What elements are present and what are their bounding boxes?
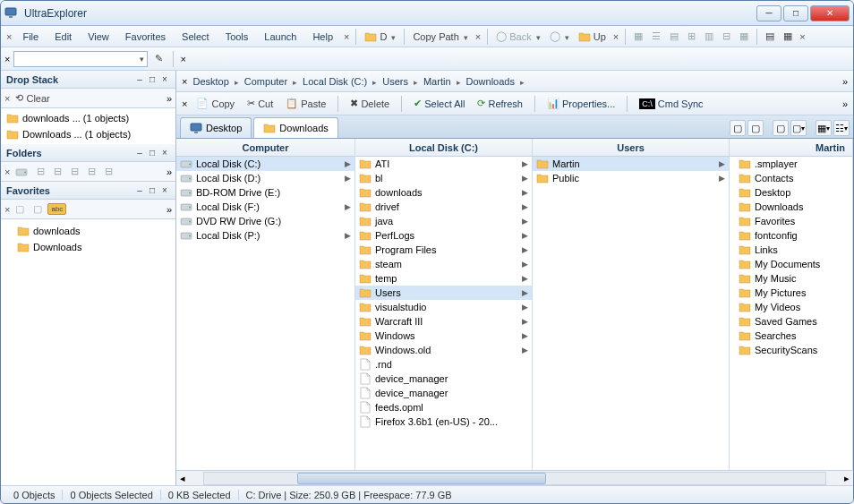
list-item[interactable]: Public▶ — [533, 171, 729, 185]
chevron-right-icon[interactable] — [371, 76, 379, 87]
collapse-icon[interactable]: – — [134, 185, 145, 195]
list-item[interactable]: Local Disk (C:)▶ — [176, 157, 354, 171]
close-icon[interactable]: × — [182, 98, 187, 109]
list-item[interactable]: DVD RW Drive (G:) — [176, 214, 354, 228]
close-icon[interactable]: × — [611, 31, 620, 42]
address-input[interactable] — [13, 51, 148, 67]
close-icon[interactable]: × — [182, 76, 187, 87]
list-item[interactable]: drivef▶ — [355, 200, 532, 214]
close-icon[interactable]: × — [4, 93, 10, 104]
menu-edit[interactable]: Edit — [47, 29, 79, 45]
list-item[interactable]: PerfLogs▶ — [355, 228, 532, 243]
close-icon[interactable]: × — [342, 31, 351, 42]
list-item[interactable]: device_manager — [355, 372, 532, 386]
up-button[interactable]: Up — [575, 29, 610, 45]
tab-tool-icon[interactable]: ☷▾ — [833, 120, 850, 136]
dropstack-item[interactable]: downloads ... (1 objects) — [3, 110, 174, 126]
collapse-icon[interactable]: – — [134, 74, 145, 84]
breadcrumb-item[interactable]: Martin — [420, 74, 455, 89]
chevron-icon[interactable]: » — [167, 167, 172, 177]
horizontal-scrollbar[interactable]: ◂ ▸ — [176, 470, 853, 485]
view-icon[interactable]: ⊞ — [684, 29, 699, 44]
back-button[interactable]: ◯ Back — [492, 29, 543, 44]
chevron-icon[interactable]: » — [842, 76, 848, 87]
view-icon[interactable]: ▦ — [780, 29, 796, 44]
chevron-right-icon[interactable] — [455, 76, 463, 87]
tool-icon[interactable]: ⊟ — [50, 164, 65, 179]
select-all-button[interactable]: ✔ Select All — [410, 96, 468, 111]
list-item[interactable]: .rnd — [355, 357, 532, 372]
menu-select[interactable]: Select — [175, 29, 217, 45]
properties-button[interactable]: 📊 Properties... — [543, 96, 619, 111]
cmd-sync-button[interactable]: C:\ Cmd Sync — [636, 97, 706, 111]
tab-tool-icon[interactable]: ▦▾ — [816, 120, 832, 136]
list-item[interactable]: Windows.old▶ — [355, 343, 532, 357]
list-item[interactable]: steam▶ — [355, 257, 532, 271]
chevron-icon[interactable]: » — [167, 93, 172, 104]
tool-icon[interactable]: ⊟ — [101, 164, 116, 179]
close-icon[interactable]: × — [180, 54, 185, 64]
clear-button[interactable]: ⟲ Clear — [12, 90, 53, 106]
list-item[interactable]: Firefox 3.6b1 (en-US) - 20... — [355, 414, 532, 429]
list-item[interactable]: Favorites — [730, 214, 852, 228]
forward-button[interactable]: ◯ — [546, 29, 573, 44]
close-icon[interactable]: × — [159, 74, 170, 84]
list-item[interactable]: bl▶ — [355, 171, 532, 185]
close-button[interactable]: ✕ — [810, 5, 850, 21]
list-item[interactable]: temp▶ — [355, 271, 532, 286]
list-item[interactable]: Contacts — [730, 171, 852, 185]
copy-button[interactable]: 📄 Copy — [192, 96, 238, 111]
list-item[interactable]: Windows▶ — [355, 329, 532, 343]
list-item[interactable]: Local Disk (P:)▶ — [176, 228, 354, 243]
tool-icon[interactable]: ⊟ — [67, 164, 82, 179]
list-item[interactable]: java▶ — [355, 214, 532, 228]
list-item[interactable]: Saved Games — [730, 314, 852, 329]
tool-icon[interactable]: ▢ — [30, 201, 46, 217]
menu-view[interactable]: View — [81, 29, 116, 45]
close-icon[interactable]: × — [159, 148, 170, 158]
list-item[interactable]: fontconfig — [730, 228, 852, 243]
view-icon[interactable]: ▤ — [666, 29, 682, 44]
chevron-right-icon[interactable] — [412, 76, 420, 87]
close-icon[interactable]: × — [159, 185, 170, 195]
tool-icon[interactable]: ⊟ — [84, 164, 99, 179]
paste-button[interactable]: 📋 Paste — [282, 96, 329, 111]
chevron-right-icon[interactable] — [233, 76, 241, 87]
list-item[interactable]: SecurityScans — [730, 343, 852, 357]
maximize-button[interactable]: □ — [783, 5, 808, 21]
dropstack-item[interactable]: Downloads ... (1 objects) — [3, 126, 174, 142]
list-item[interactable]: My Documents — [730, 257, 852, 271]
favorites-item[interactable]: downloads — [3, 223, 174, 239]
view-icon[interactable]: ☰ — [648, 29, 664, 44]
chevron-icon[interactable]: » — [167, 204, 172, 215]
view-icon[interactable]: ⊟ — [719, 29, 734, 44]
list-item[interactable]: Program Files▶ — [355, 243, 532, 257]
maximize-icon[interactable]: □ — [147, 185, 158, 195]
close-icon[interactable]: × — [798, 31, 807, 42]
breadcrumb-item[interactable]: Desktop — [189, 74, 232, 89]
menu-launch[interactable]: Launch — [257, 29, 303, 45]
view-icon[interactable]: ▦ — [630, 29, 646, 44]
list-item[interactable]: Searches — [730, 329, 852, 343]
view-icon[interactable]: ▤ — [762, 29, 778, 44]
tab-tool-icon[interactable]: ▢ — [773, 120, 789, 136]
view-icon[interactable]: ▦ — [736, 29, 752, 44]
favorites-item[interactable]: Downloads — [3, 239, 174, 255]
list-item[interactable]: Users▶ — [355, 286, 532, 300]
list-item[interactable]: Local Disk (D:)▶ — [176, 171, 354, 185]
list-item[interactable]: Martin▶ — [533, 157, 729, 171]
tool-icon[interactable]: ⊟ — [33, 164, 48, 179]
tab-downloads[interactable]: Downloads — [253, 117, 337, 138]
menu-help[interactable]: Help — [305, 29, 340, 45]
breadcrumb-item[interactable]: Users — [379, 74, 412, 89]
breadcrumb-item[interactable]: Downloads — [463, 74, 518, 89]
refresh-button[interactable]: ⟳ Refresh — [474, 96, 526, 111]
chevron-right-icon[interactable] — [291, 76, 299, 87]
tab-desktop[interactable]: Desktop — [180, 117, 252, 138]
list-item[interactable]: downloads▶ — [355, 185, 532, 200]
close-icon[interactable]: × — [4, 54, 10, 64]
menu-file[interactable]: File — [15, 29, 46, 45]
d-button[interactable]: D — [361, 29, 399, 45]
tab-tool-icon[interactable]: ▢ — [730, 120, 746, 136]
list-item[interactable]: My Music — [730, 271, 852, 286]
